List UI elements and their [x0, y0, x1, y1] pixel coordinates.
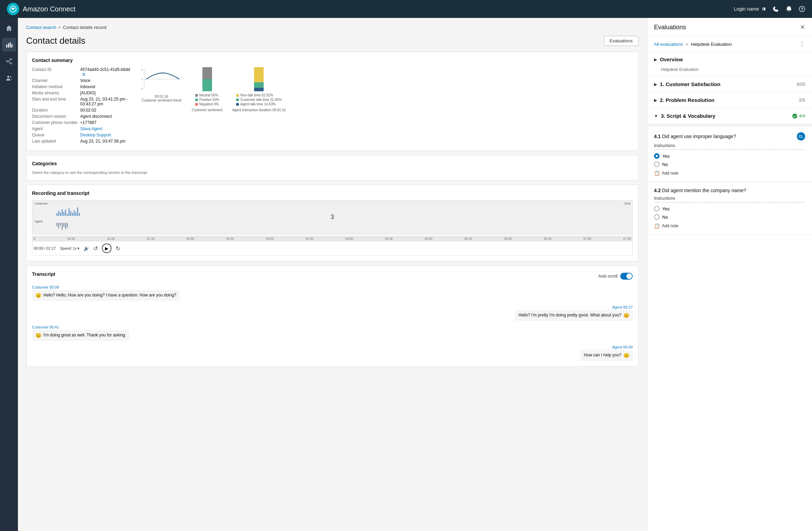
- contact-summary-title: Contact summary: [32, 58, 633, 63]
- page-header: Contact details Evaluations: [26, 35, 639, 46]
- page-title: Contact details: [26, 35, 85, 46]
- sentiment-trend-svg: +5 0 -5: [141, 67, 182, 95]
- eval-breadcrumb-all[interactable]: All evaluations: [654, 42, 683, 47]
- svg-text:0: 0: [141, 78, 143, 81]
- play-button[interactable]: ▶: [102, 243, 112, 253]
- svg-point-10: [10, 63, 12, 64]
- sentiment-legend: Neutral 50% Positive 50% Negative 0%: [195, 93, 219, 107]
- instructions-label-4-2: Instructions: [654, 196, 805, 201]
- eval-breadcrumb-separator: >: [686, 42, 688, 47]
- field-disconnect-reason: Disconnect reason Agent disconnect: [32, 114, 135, 119]
- radio-yes-4-1: [654, 153, 660, 159]
- breadcrumb-separator: >: [58, 25, 61, 30]
- player-controls: 00:00 / 01:17 Speed: 1x ▾ 🔊 ↺ ▶ ↻: [32, 241, 633, 256]
- sentiment-trend-time: 00:01:16: [155, 95, 168, 98]
- help-icon[interactable]: ?: [799, 6, 805, 12]
- eval-body: ▶ Overview Helpdesk Evaluation ▶ 1. Cust…: [647, 52, 812, 531]
- cs-score: 3/20: [797, 82, 805, 87]
- sentiment-icon-happy-1: 😊: [623, 313, 629, 318]
- sv-title: 3. Script & Vocabulary: [661, 113, 792, 119]
- checkmark-icon: [792, 113, 798, 119]
- evaluations-button[interactable]: Evaluations: [604, 36, 639, 46]
- sentiment-trend-chart: +5 0 -5 00:01:16 Customer sentiment tren…: [141, 67, 182, 145]
- waveform-customer-label: Customer: [34, 202, 48, 205]
- auto-scroll-switch[interactable]: [620, 273, 633, 280]
- eval-section-customer-satisfaction: ▶ 1. Customer Satisfaction 3/20: [647, 76, 812, 92]
- eval-breadcrumb-current: Helpdesk Evaluation: [691, 42, 732, 47]
- time-display: 00:00 / 01:17: [34, 246, 56, 250]
- eval-section-problem-resolution: ▶ 2. Problem Resolution 2/5: [647, 92, 812, 108]
- message-customer-2: Customer 00:41 😊 I'm doing great as well…: [32, 325, 633, 341]
- sidebar-item-users[interactable]: [2, 71, 16, 85]
- cs-title: 1. Customer Satisfaction: [660, 81, 797, 87]
- sidebar-item-routing[interactable]: [2, 54, 16, 68]
- option-yes-4-2[interactable]: Yes: [654, 206, 805, 211]
- evaluations-panel: Evaluations ✕ All evaluations > Helpdesk…: [647, 18, 812, 531]
- field-duration: Duration 00:02:02: [32, 108, 135, 113]
- eval-title: Evaluations: [654, 24, 686, 31]
- eval-section-cs-header[interactable]: ▶ 1. Customer Satisfaction 3/20: [647, 76, 812, 92]
- main-layout: Contact search > Contact details record …: [0, 18, 812, 531]
- add-note-icon-4-2: 📋: [654, 223, 660, 229]
- eval-divider-1: [647, 124, 812, 127]
- svg-point-9: [10, 59, 12, 60]
- option-no-4-2[interactable]: No: [654, 214, 805, 220]
- waveform-agent-label: Agent: [34, 220, 43, 223]
- radio-no-4-2: [654, 214, 660, 220]
- transcript-card: Transcript Auto scroll Customer 00:08 😐: [26, 266, 639, 367]
- option-no-4-1[interactable]: No: [654, 162, 805, 167]
- overview-title: Overview: [660, 56, 805, 62]
- eval-section-sv-header[interactable]: ▼ 3. Script & Vocabulary 4/4: [647, 108, 812, 124]
- speed-control[interactable]: Speed: 1x ▾: [60, 246, 80, 251]
- transcript-title: Transcript: [32, 271, 55, 277]
- sidebar: [0, 18, 18, 531]
- agent-interaction-label: Agent interaction duration 00:01:16: [232, 108, 286, 112]
- pr-title: 2. Problem Resolution: [660, 97, 799, 103]
- option-yes-4-1[interactable]: Yes: [654, 153, 805, 159]
- instructions-label-4-1: Instructions: [654, 143, 805, 148]
- sentiment-icon-neutral-2: 😐: [623, 353, 629, 358]
- add-note-button-4-1[interactable]: 📋 Add note: [654, 170, 678, 176]
- fast-forward-button[interactable]: ↻: [116, 245, 120, 252]
- svg-rect-4: [6, 45, 7, 48]
- question-4-2-text: 4.2 Did agent mention the company name?: [654, 188, 805, 193]
- user-name[interactable]: Login name: [734, 6, 766, 12]
- transcript-header: Transcript Auto scroll: [32, 271, 633, 281]
- eval-section-overview-header[interactable]: ▶ Overview: [647, 52, 812, 67]
- sidebar-item-home[interactable]: [2, 21, 16, 35]
- add-note-button-4-2[interactable]: 📋 Add note: [654, 223, 678, 229]
- message-agent-1: Agent 00:27 Hello? I'm pretty I'm doing …: [32, 305, 633, 321]
- field-agent: Agent Slava Agent: [32, 126, 135, 131]
- waveform-bars-agent: [56, 223, 68, 231]
- question-4-1-text: 4.1 Did agent use improper language? CL: [654, 132, 805, 140]
- breadcrumb-current: Contact details record: [63, 25, 106, 30]
- content-area: Contact search > Contact details record …: [18, 18, 812, 531]
- phone-icon[interactable]: [773, 6, 779, 12]
- customer-sentiment-label: Customer sentiment: [192, 108, 222, 112]
- breadcrumb: Contact search > Contact details record: [26, 25, 639, 30]
- svg-rect-6: [10, 42, 11, 48]
- customer-sentiment-chart: Neutral 50% Positive 50% Negative 0% Cus…: [192, 67, 222, 145]
- options-4-1: Yes No: [654, 153, 805, 167]
- svg-point-8: [6, 61, 8, 62]
- eval-more-options[interactable]: ⋮: [799, 40, 805, 48]
- eval-section-pr-header[interactable]: ▶ 2. Problem Resolution 2/5: [647, 92, 812, 108]
- sentiment-trend-label: Customer sentiment trend: [141, 98, 181, 102]
- sv-toggle: ▼: [654, 114, 658, 118]
- svg-rect-7: [11, 44, 12, 48]
- bell-icon[interactable]: [786, 6, 792, 12]
- breadcrumb-link[interactable]: Contact search: [26, 25, 56, 30]
- copy-id-icon[interactable]: ⧉: [82, 72, 85, 77]
- radio-no-4-1: [654, 162, 660, 167]
- sentiment-icon-neutral: 😐: [35, 293, 41, 298]
- contact-summary-card: Contact summary Contact ID 4574ad40-2c51…: [26, 52, 639, 151]
- categories-title: Categories: [32, 161, 633, 166]
- svg-rect-5: [8, 43, 9, 48]
- auto-scroll-toggle[interactable]: Auto scroll: [598, 273, 633, 280]
- rewind-button[interactable]: ↺: [93, 245, 98, 252]
- sidebar-item-metrics[interactable]: [2, 38, 16, 52]
- left-panel: Contact search > Contact details record …: [18, 18, 647, 531]
- volume-icon[interactable]: 🔊: [84, 246, 89, 251]
- eval-close-button[interactable]: ✕: [800, 23, 805, 31]
- instructions-dots-4-2: [654, 201, 805, 202]
